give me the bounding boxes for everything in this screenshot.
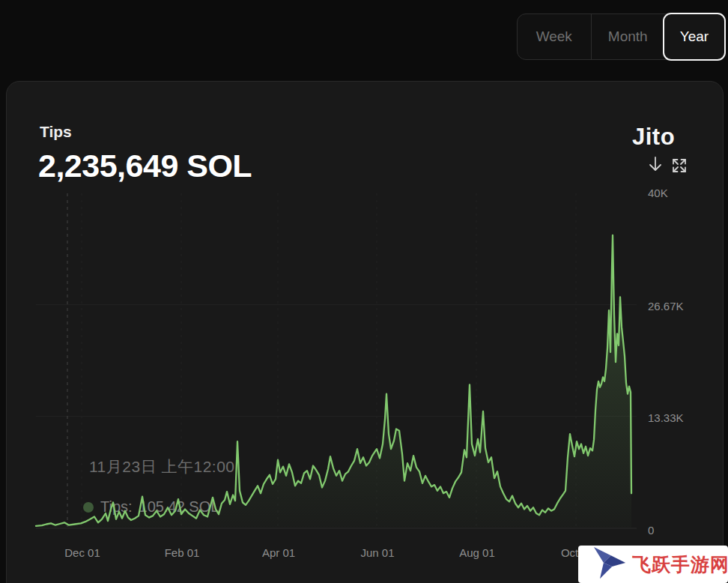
x-tick-aug01: Aug 01 xyxy=(443,546,511,559)
watermark-badge: 飞跃手游网 xyxy=(578,546,728,583)
download-arrow-icon xyxy=(646,155,666,175)
tips-total-value: 2,235,649 SOL xyxy=(38,148,252,184)
y-tick-0: 0 xyxy=(648,524,654,537)
timeframe-selector: Week Month Year xyxy=(517,13,725,60)
download-button[interactable] xyxy=(646,155,666,175)
timeframe-month-button[interactable]: Month xyxy=(591,14,665,59)
jito-logo[interactable]: Jito xyxy=(632,124,675,151)
card-title: Tips xyxy=(40,123,72,141)
expand-button[interactable] xyxy=(670,156,690,175)
tooltip-series-label: Tips: xyxy=(100,498,133,516)
tooltip-date: 11月23日 上午12:00 xyxy=(89,456,235,477)
y-tick-13-33k: 13.33K xyxy=(648,411,684,424)
tooltip-series-value: 105.42 SOL xyxy=(139,498,219,516)
timeframe-year-button[interactable]: Year xyxy=(663,13,726,61)
timeframe-week-button[interactable]: Week xyxy=(518,14,591,59)
watermark-bird-icon xyxy=(590,546,629,582)
x-tick-jun01: Jun 01 xyxy=(344,546,411,559)
tooltip-value-row: Tips: 105.42 SOL xyxy=(83,498,219,516)
tooltip-series-dot-icon xyxy=(83,502,94,513)
tips-chart-card: Tips 2,235,649 SOL Jito 40K 26.67K 13.33… xyxy=(6,81,724,583)
watermark-text: 飞跃手游网 xyxy=(632,552,728,577)
x-tick-feb01: Feb 01 xyxy=(148,546,216,559)
x-tick-dec01: Dec 01 xyxy=(49,546,116,559)
x-tick-apr01: Apr 01 xyxy=(245,546,312,559)
y-tick-40k: 40K xyxy=(648,187,668,199)
expand-arrows-icon xyxy=(670,157,690,175)
y-tick-26-67k: 26.67K xyxy=(648,300,684,312)
